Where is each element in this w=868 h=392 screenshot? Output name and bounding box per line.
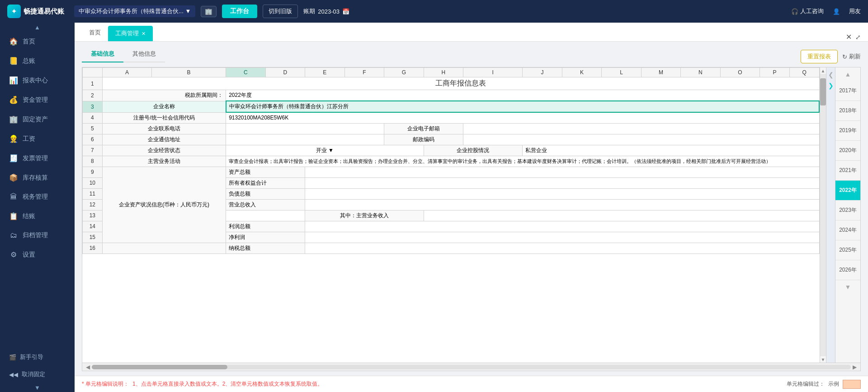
cell-16-value[interactable] [305, 243, 819, 253]
sidebar-scroll-up[interactable]: ▲ [0, 23, 75, 32]
year-panel-up[interactable]: ▲ [835, 67, 860, 81]
tab-close-icon[interactable]: ✕ [142, 31, 146, 37]
right-panels: ❮ ❯ ▲ 2017年 2018年 2019年 2020年 2021年 [826, 67, 860, 363]
col-header-m: M [641, 68, 680, 77]
cell-10-value[interactable] [305, 177, 819, 188]
refresh-button[interactable]: ↻ 刷新 [842, 53, 861, 61]
cell-3-label: 企业名称 [102, 101, 226, 112]
sidebar: ▲ 🏠 首页 📒 总账 📊 报表中心 💰 资金管理 🏢 固定资产 👷 工资 🧾 … [0, 23, 75, 392]
year-item-2018[interactable]: 2018年 [835, 101, 860, 121]
inventory-icon: 📦 [9, 173, 18, 182]
company-selector[interactable]: 中审众环会计师事务所（特殊普通合伙... ▼ [74, 5, 195, 17]
h-scrollbar-track[interactable] [92, 365, 851, 369]
company-info-btn[interactable]: 🏢 [201, 6, 217, 17]
tab-business-label: 工商管理 [115, 29, 139, 38]
sidebar-item-salary[interactable]: 👷 工资 [0, 129, 75, 148]
h-scrollbar[interactable]: ◀ ▶ [82, 363, 860, 371]
sidebar-item-ledger[interactable]: 📒 总账 [0, 51, 75, 71]
close-window-icon[interactable]: ✕ [846, 33, 852, 41]
cell-6-addr[interactable] [226, 134, 384, 145]
cell-5-label: 企业联系电话 [102, 123, 226, 134]
sub-tab-basic-label: 基础信息 [91, 50, 114, 57]
sidebar-item-inventory[interactable]: 📦 库存核算 [0, 168, 75, 187]
workbench-button[interactable]: 工作台 [222, 5, 257, 18]
reset-button[interactable]: 重置报表 [801, 50, 838, 63]
sidebar-item-tax[interactable]: 🏛 税务管理 [0, 187, 75, 206]
cell-4-value[interactable]: 91320100MA208E5W6K [226, 112, 819, 123]
cell-15-value[interactable] [305, 232, 819, 243]
year-item-2022[interactable]: 2022年 [835, 181, 860, 201]
cell-8-value[interactable]: 审查企业会计报表；出具审计报告；验证企业资本；出具验资报告；办理企业合并、分立、… [226, 156, 819, 167]
h-scrollbar-thumb[interactable] [92, 365, 227, 369]
tab-business[interactable]: 工商管理 ✕ [108, 26, 153, 41]
v-scroll-down-arrow[interactable]: ▼ [820, 356, 826, 363]
sidebar-item-finance[interactable]: 💰 资金管理 [0, 90, 75, 110]
old-version-button[interactable]: 切到旧版 [263, 5, 298, 18]
sidebar-item-assets[interactable]: 🏢 固定资产 [0, 110, 75, 129]
example-label: 示例 [828, 380, 839, 388]
year-item-2017[interactable]: 2017年 [835, 81, 860, 101]
tab-home[interactable]: 首页 [82, 25, 108, 41]
cell-6-postal[interactable] [463, 134, 819, 145]
tab-bar: 首页 工商管理 ✕ ✕ ⤢ [75, 23, 868, 42]
cell-3-value[interactable]: 中审众环会计师事务所（特殊普通合伙）江苏分所 [226, 101, 819, 112]
year-item-2023[interactable]: 2023年 [835, 201, 860, 220]
year-item-2021[interactable]: 2021年 [835, 161, 860, 181]
sidebar-scroll-down[interactable]: ▼ [0, 383, 75, 392]
cell-7-control-value[interactable]: 私营企业 [523, 145, 819, 156]
v-scroll-track[interactable] [820, 74, 826, 356]
cell-5-email[interactable] [463, 123, 819, 134]
year-item-2024[interactable]: 2024年 [835, 220, 860, 240]
guide-icon: 🎬 [9, 354, 16, 361]
headset-icon: 🎧 [791, 8, 798, 15]
sidebar-right: ❮ ❯ [826, 67, 835, 363]
cell-11-value[interactable] [305, 188, 819, 199]
cell-2-value[interactable]: 2022年度 [226, 90, 819, 101]
calendar-icon[interactable]: 📅 [342, 8, 349, 15]
v-scroll-thumb[interactable] [820, 78, 826, 105]
cell-9-value[interactable] [305, 167, 819, 177]
cell-13-value[interactable] [424, 210, 819, 221]
h-scroll-right-arrow[interactable]: ▶ [851, 364, 859, 370]
sidebar-item-home[interactable]: 🏠 首页 [0, 32, 75, 51]
v-scroll-up-arrow[interactable]: ▲ [820, 67, 826, 74]
year-item-2026[interactable]: 2026年 [835, 260, 860, 280]
year-panel-down[interactable]: ▼ [835, 280, 860, 294]
col-header-l: L [602, 68, 641, 77]
h-scroll-left-arrow[interactable]: ◀ [84, 364, 92, 370]
cell-title[interactable]: 工商年报信息表 [102, 77, 819, 90]
col-header-o: O [720, 68, 760, 77]
expand-window-icon[interactable]: ⤢ [855, 33, 861, 41]
cell-12-value[interactable] [305, 199, 819, 210]
year-item-2019[interactable]: 2019年 [835, 121, 860, 141]
cell-14-value[interactable] [305, 221, 819, 232]
logo-area: ✦ 畅捷通易代账 [7, 5, 64, 18]
table-row: 9 企业资产状况信息(币种：人民币万元) 资产总额 [83, 167, 820, 177]
sidebar-bottom: 🎬 新手引导 ◀◀ 取消固定 [0, 349, 75, 383]
consult-button[interactable]: 🎧 人工咨询 [791, 7, 824, 15]
v-scrollbar[interactable]: ▲ ▼ [820, 67, 826, 363]
sidebar-item-archive[interactable]: 🗂 归档管理 [0, 226, 75, 245]
sidebar-right-expand[interactable]: ❯ [828, 82, 834, 89]
sidebar-label-settings: 设置 [23, 251, 35, 259]
sidebar-item-reports[interactable]: 📊 报表中心 [0, 71, 75, 90]
sidebar-item-closing[interactable]: 📋 结账 [0, 206, 75, 226]
row-num-7: 7 [83, 145, 103, 156]
sub-tab-other[interactable]: 其他信息 [123, 46, 165, 62]
cell-7-status-value[interactable]: 开业 ▼ [226, 145, 424, 156]
spreadsheet-scroll[interactable]: A B C D E F G H I J [82, 67, 820, 363]
sub-tab-other-label: 其他信息 [132, 50, 156, 57]
sidebar-item-guide[interactable]: 🎬 新手引导 [0, 349, 75, 366]
cell-13-empty [226, 210, 305, 221]
col-header-j: J [523, 68, 562, 77]
sub-tab-basic[interactable]: 基础信息 [82, 46, 123, 62]
refresh-icon: ↻ [842, 53, 847, 60]
sidebar-item-invoice[interactable]: 🧾 发票管理 [0, 148, 75, 168]
year-item-2025[interactable]: 2025年 [835, 240, 860, 260]
home-icon: 🏠 [9, 37, 18, 46]
sidebar-item-pin[interactable]: ◀◀ 取消固定 [0, 366, 75, 383]
sidebar-item-settings[interactable]: ⚙ 设置 [0, 245, 75, 264]
sidebar-right-collapse[interactable]: ❮ [828, 71, 834, 78]
year-item-2020[interactable]: 2020年 [835, 141, 860, 161]
cell-5-phone[interactable] [226, 123, 384, 134]
